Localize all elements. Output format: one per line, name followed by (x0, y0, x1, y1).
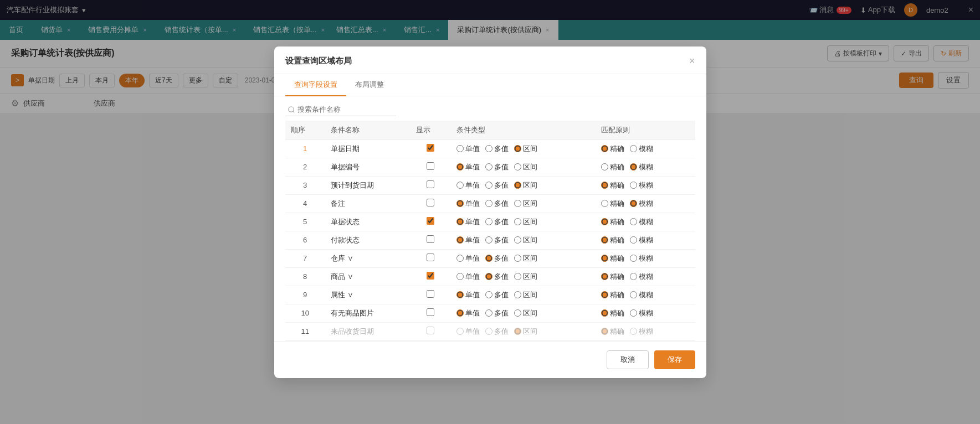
modal-tabs: 查询字段设置 布局调整 (274, 74, 706, 96)
search-input-wrap (285, 103, 396, 113)
modal-overlay: 设置查询区域布局 × 查询字段设置 布局调整 (0, 0, 980, 113)
modal-search-area (274, 96, 706, 113)
search-icon (288, 106, 295, 113)
modal-close-btn[interactable]: × (689, 55, 695, 67)
modal-header: 设置查询区域布局 × (274, 46, 706, 74)
modal-tab-layout[interactable]: 布局调整 (346, 74, 393, 96)
modal-title: 设置查询区域布局 (285, 56, 352, 66)
modal-tab-query[interactable]: 查询字段设置 (285, 74, 346, 96)
svg-line-1 (293, 111, 294, 112)
search-input[interactable] (285, 103, 396, 113)
svg-point-0 (288, 106, 293, 111)
modal-dialog: 设置查询区域布局 × 查询字段设置 布局调整 (274, 46, 706, 113)
